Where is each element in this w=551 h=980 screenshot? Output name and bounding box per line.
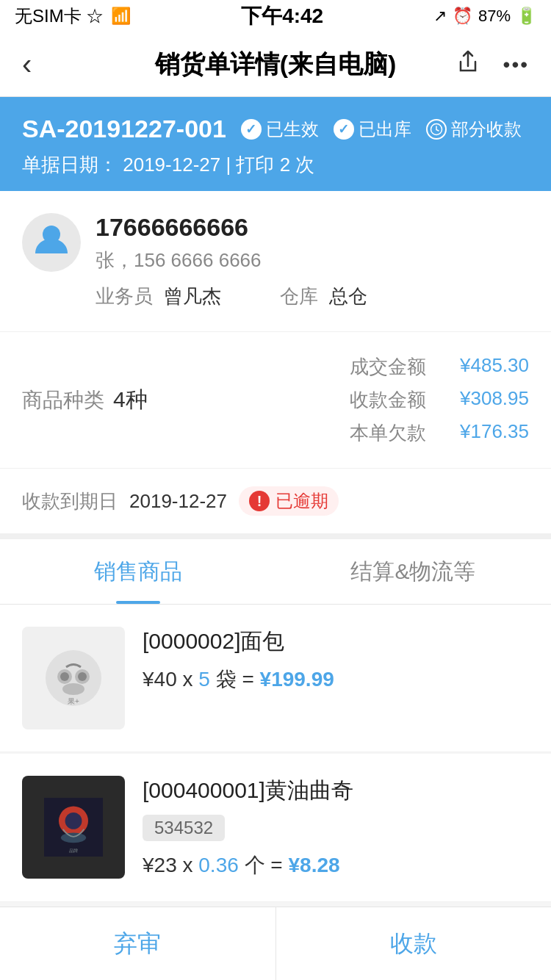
badge-shipped: ✓ 已出库	[334, 118, 411, 141]
received-value: ¥308.95	[441, 387, 529, 413]
unit-price-1: ¥40	[143, 668, 177, 691]
check-icon-2: ✓	[334, 119, 354, 140]
share-button[interactable]	[455, 48, 481, 81]
more-button[interactable]: •••	[503, 53, 529, 76]
header-banner: SA-20191227-001 ✓ 已生效 ✓ 已出库 部分收款 单据日期： 2…	[0, 97, 551, 191]
overdue-text: 已逾期	[276, 489, 328, 513]
unit-1: 袋	[216, 668, 237, 691]
status-left: 无SIM卡 ☆ 📶	[15, 4, 131, 28]
type-value: 4种	[113, 385, 148, 415]
order-date: 2019-12-27	[123, 154, 220, 176]
clock-icon	[426, 119, 447, 140]
status-bar: 无SIM卡 ☆ 📶 下午4:42 ↗ ⏰ 87% 🔋	[0, 0, 551, 32]
product-name-1: [0000002]面包	[143, 627, 529, 657]
received-label: 收款金额	[350, 387, 426, 413]
multiply-1: x	[183, 668, 199, 691]
quantity-2: 0.36	[198, 854, 239, 876]
nav-bar: ‹ 销货单详情(来自电脑) •••	[0, 32, 551, 97]
sales-meta: 业务员 曾凡杰	[96, 284, 221, 309]
battery-level: 87%	[478, 7, 511, 26]
product-item-2: 品牌 [000400001]黄油曲奇 534532 ¥23 x 0.36 个 =…	[0, 754, 551, 902]
warehouse-value: 总仓	[329, 285, 367, 307]
unit-price-2: ¥23	[143, 854, 177, 876]
product-price-row-2: ¥23 x 0.36 个 = ¥8.28	[143, 851, 529, 879]
status-time: 下午4:42	[241, 2, 323, 30]
product-item: 果+ [0000002]面包 ¥40 x 5 袋 = ¥199.99	[0, 605, 551, 752]
due-date: 2019-12-27	[129, 490, 227, 513]
total-2: ¥8.28	[288, 854, 339, 876]
order-id: SA-20191227-001	[22, 115, 226, 143]
unit-2: 个	[245, 854, 265, 876]
header-row1: SA-20191227-001 ✓ 已生效 ✓ 已出库 部分收款	[22, 115, 529, 143]
overdue-icon: !	[249, 491, 270, 511]
debt-value: ¥176.35	[441, 420, 529, 446]
product-sku-2: 534532	[143, 815, 225, 841]
due-section: 收款到期日 2019-12-27 ! 已逾期	[0, 469, 551, 539]
product-price-row-1: ¥40 x 5 袋 = ¥199.99	[143, 666, 529, 693]
alarm-icon: ⏰	[453, 7, 472, 26]
stats-section: 商品种类 4种 成交金额 ¥485.30 收款金额 ¥308.95 本单欠款 ¥…	[0, 332, 551, 469]
due-label: 收款到期日	[22, 489, 118, 514]
svg-point-13	[61, 832, 86, 843]
received-row: 收款金额 ¥308.95	[350, 387, 529, 413]
location-icon: ↗	[433, 7, 447, 26]
svg-text:果+: 果+	[68, 697, 79, 705]
status-right: ↗ ⏰ 87% 🔋	[433, 7, 536, 26]
badge-effective: ✓ 已生效	[241, 118, 319, 141]
bottom-bar: 弃审 收款	[0, 907, 551, 980]
cancel-button[interactable]: 弃审	[0, 907, 276, 980]
tab-settlement[interactable]: 结算&物流等	[276, 539, 551, 604]
date-label: 单据日期：	[22, 154, 118, 176]
check-icon-1: ✓	[241, 119, 262, 140]
customer-contact: 张，156 6666 6666	[96, 248, 529, 273]
sales-label: 业务员	[96, 285, 153, 307]
product-name-2: [000400001]黄油曲奇	[143, 776, 529, 806]
svg-point-7	[62, 683, 84, 695]
quantity-1: 5	[198, 668, 210, 691]
debt-row: 本单欠款 ¥176.35	[350, 420, 529, 446]
overdue-badge: ! 已逾期	[239, 486, 339, 516]
product-image-1: 果+	[22, 627, 125, 729]
page-title: 销货单详情(来自电脑)	[155, 48, 397, 82]
type-label: 商品种类	[22, 386, 104, 414]
svg-point-12	[65, 813, 82, 829]
tab-products[interactable]: 销售商品	[0, 539, 276, 604]
customer-meta: 业务员 曾凡杰 仓库 总仓	[96, 284, 529, 309]
warehouse-meta: 仓库 总仓	[280, 284, 367, 309]
confirm-button[interactable]: 收款	[276, 907, 552, 980]
products-section: 果+ [0000002]面包 ¥40 x 5 袋 = ¥199.99	[0, 605, 551, 902]
customer-section: 17666666666 张，156 6666 6666 业务员 曾凡杰 仓库 总…	[0, 191, 551, 332]
svg-point-6	[78, 672, 87, 681]
amount-value: ¥485.30	[441, 354, 529, 380]
amount-label: 成交金额	[350, 354, 426, 380]
product-info-1: [0000002]面包 ¥40 x 5 袋 = ¥199.99	[143, 627, 529, 693]
customer-username: 17666666666	[96, 213, 529, 242]
header-date-row: 单据日期： 2019-12-27 | 打印 2 次	[22, 152, 529, 178]
debt-label: 本单欠款	[350, 420, 426, 446]
battery-icon: 🔋	[516, 7, 536, 26]
badge-partial-payment: 部分收款	[426, 118, 522, 141]
person-icon	[32, 220, 71, 266]
tabs-section: 销售商品 结算&物流等	[0, 539, 551, 605]
back-button[interactable]: ‹	[22, 48, 32, 81]
multiply-2: x	[183, 854, 199, 876]
equals-2: =	[270, 854, 288, 876]
sales-value: 曾凡杰	[164, 285, 221, 307]
svg-point-5	[60, 672, 69, 681]
customer-info: 17666666666 张，156 6666 6666 业务员 曾凡杰 仓库 总…	[96, 213, 529, 309]
nav-actions: •••	[455, 48, 529, 81]
print-info: | 打印 2 次	[226, 154, 314, 176]
customer-avatar	[22, 213, 81, 272]
total-1: ¥199.99	[260, 668, 334, 691]
amount-row: 成交金额 ¥485.30	[350, 354, 529, 380]
svg-text:品牌: 品牌	[69, 849, 78, 853]
sim-status: 无SIM卡 ☆	[15, 4, 104, 28]
product-info-2: [000400001]黄油曲奇 534532 ¥23 x 0.36 个 = ¥8…	[143, 776, 529, 879]
stats-product-type: 商品种类 4种	[22, 354, 276, 446]
warehouse-label: 仓库	[280, 285, 318, 307]
equals-1: =	[242, 668, 259, 691]
stats-amounts: 成交金额 ¥485.30 收款金额 ¥308.95 本单欠款 ¥176.35	[276, 354, 529, 446]
product-image-2: 品牌	[22, 776, 125, 879]
wifi-icon: 📶	[111, 7, 131, 26]
